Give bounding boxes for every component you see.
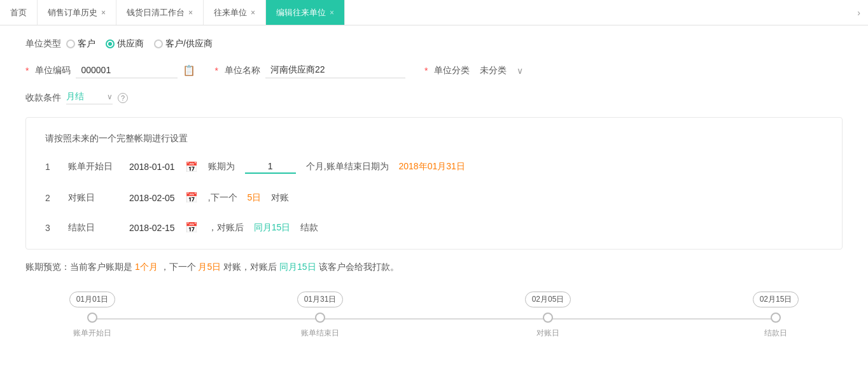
tab-partner[interactable]: 往来单位 × — [204, 0, 266, 25]
radio-customer-label: 客户 — [78, 38, 95, 50]
tab-edit-partner-label: 编辑往来单位 — [276, 7, 326, 18]
period-row-2: 2 对账日 2018-02-05 📅 ,下一个 5日 对账 — [45, 192, 823, 204]
period-suffix-pre-2: ,下一个 — [208, 192, 237, 204]
tl-badge-1: 01月01日 — [69, 292, 116, 307]
tl-label-1: 账单开始日 — [73, 328, 111, 339]
period-suffix-pre-3: ，对账后 — [208, 222, 244, 234]
tl-badge-2: 01月31日 — [297, 292, 344, 307]
unit-type-label: 单位类型 — [25, 38, 61, 50]
period-label-1: 账单开始日 — [68, 161, 119, 172]
period-end-date-1: 2018年01月31日 — [399, 161, 465, 172]
timeline-line — [89, 318, 779, 320]
period-label-3: 结款日 — [68, 222, 119, 234]
payment-value: 月结 — [66, 91, 104, 102]
preview-day: 月5日 — [198, 262, 221, 272]
unit-name-input[interactable] — [265, 62, 405, 78]
payment-label: 收款条件 — [25, 92, 61, 104]
timeline-container: 01月01日 账单开始日 01月31日 账单结束日 02月05日 对账日 02月… — [25, 292, 843, 339]
tab-edit-partner[interactable]: 编辑往来单位 × — [266, 0, 345, 25]
radio-supplier-circle — [106, 39, 115, 48]
unit-type-group: 单位类型 客户 供应商 客户/供应商 — [25, 38, 213, 50]
preview-section: 账期预览：当前客户账期是 1个月 ，下一个 月5日 对账，对账后 同月15日 该… — [25, 260, 843, 274]
preview-month: 1个月 — [135, 262, 158, 272]
period-num-2: 2 — [45, 193, 58, 203]
timeline-point-1: 01月01日 账单开始日 — [64, 292, 121, 339]
tl-dot-1 — [87, 313, 97, 323]
period-suffix-post-1: 个月,账单结束日期为 — [306, 161, 389, 172]
timeline-points-row: 01月01日 账单开始日 01月31日 账单结束日 02月05日 对账日 02月… — [64, 292, 804, 339]
unit-name-group: * 单位名称 — [214, 62, 405, 78]
preview-settle: 同月15日 — [279, 262, 316, 272]
unit-class-value: 未分类 — [480, 65, 507, 76]
timeline-point-2: 01月31日 账单结束日 — [291, 292, 349, 339]
timeline-point-4: 02月15日 结款日 — [747, 292, 804, 339]
tl-label-2: 账单结束日 — [301, 328, 339, 339]
tab-partner-label: 往来单位 — [214, 7, 247, 18]
period-cal-1[interactable]: 📅 — [185, 161, 198, 173]
preview-end: 该客户会给我打款。 — [319, 262, 399, 272]
unit-class-group: * 单位分类 未分类 ∨ — [424, 65, 523, 76]
unit-name-star: * — [214, 66, 218, 76]
close-edit-partner[interactable]: × — [330, 8, 334, 17]
radio-supplier[interactable]: 供应商 — [106, 38, 144, 50]
unit-type-radio-group: 客户 供应商 客户/供应商 — [66, 38, 213, 50]
tab-sales-history[interactable]: 销售订单历史 × — [38, 0, 116, 25]
period-cal-2[interactable]: 📅 — [185, 192, 198, 204]
radio-both-circle — [154, 39, 163, 48]
period-highlight-3: 同月15日 — [254, 222, 291, 234]
preview-mid: ，下一个 — [160, 262, 196, 272]
period-card-title: 请按照未来的一个完整帐期进行设置 — [45, 133, 823, 144]
preview-label: 账期预览：当前客户账期是 — [25, 262, 132, 272]
period-month-input[interactable] — [245, 160, 296, 174]
unit-code-star: * — [25, 66, 29, 76]
unit-code-input[interactable] — [76, 62, 178, 78]
period-cal-3[interactable]: 📅 — [185, 222, 198, 234]
tl-dot-2 — [315, 313, 325, 323]
unit-class-dropdown-icon[interactable]: ∨ — [517, 66, 523, 76]
tab-sales-history-label: 销售订单历史 — [48, 7, 97, 18]
unit-name-label: 单位名称 — [225, 65, 260, 76]
close-sales-history[interactable]: × — [101, 8, 106, 17]
payment-row: 收款条件 月结 ∨ ? — [25, 91, 843, 104]
unit-code-group: * 单位编码 📋 — [25, 62, 195, 78]
radio-both[interactable]: 客户/供应商 — [154, 38, 213, 50]
tab-cash-work-label: 钱货日清工作台 — [127, 7, 185, 18]
tab-home[interactable]: 首页 — [0, 0, 38, 25]
tl-dot-3 — [543, 313, 553, 323]
tl-dot-4 — [771, 313, 781, 323]
radio-customer[interactable]: 客户 — [66, 38, 95, 50]
close-cash-work[interactable]: × — [188, 8, 193, 17]
main-content: 单位类型 客户 供应商 客户/供应商 * 单位编码 — [0, 25, 868, 387]
period-suffix-post-2: 对账 — [271, 192, 289, 204]
unit-type-row: 单位类型 客户 供应商 客户/供应商 — [25, 38, 843, 50]
period-label-2: 对账日 — [68, 192, 119, 204]
period-date-1: 2018-01-01 — [129, 162, 175, 172]
tab-home-label: 首页 — [10, 7, 27, 18]
radio-both-label: 客户/供应商 — [165, 38, 213, 50]
unit-class-label: 单位分类 — [434, 65, 470, 76]
tab-expand-btn[interactable]: › — [850, 0, 868, 25]
period-row-1: 1 账单开始日 2018-01-01 📅 账期为 个月,账单结束日期为 2018… — [45, 160, 823, 174]
unit-info-row: * 单位编码 📋 * 单位名称 * 单位分类 未分类 ∨ — [25, 62, 843, 78]
unit-code-label: 单位编码 — [35, 65, 71, 76]
tl-label-3: 对账日 — [536, 328, 559, 339]
tab-cash-work[interactable]: 钱货日清工作台 × — [116, 0, 204, 25]
period-row-3: 3 结款日 2018-02-15 📅 ，对账后 同月15日 结款 — [45, 222, 823, 234]
period-date-3: 2018-02-15 — [129, 223, 175, 233]
tl-badge-3: 02月05日 — [525, 292, 571, 307]
tab-bar: 首页 销售订单历史 × 钱货日清工作台 × 往来单位 × 编辑往来单位 × › — [0, 0, 868, 25]
period-suffix-post-3: 结款 — [300, 222, 318, 234]
close-partner[interactable]: × — [251, 8, 255, 17]
period-suffix-pre-1: 账期为 — [208, 161, 235, 172]
period-date-2: 2018-02-05 — [129, 193, 175, 203]
tl-label-4: 结款日 — [764, 328, 787, 339]
timeline-point-3: 02月05日 对账日 — [519, 292, 577, 339]
unit-code-copy-icon[interactable]: 📋 — [183, 64, 195, 76]
radio-supplier-label: 供应商 — [117, 38, 144, 50]
payment-dropdown[interactable]: 月结 ∨ — [66, 91, 113, 104]
preview-mid2: 对账，对账后 — [223, 262, 277, 272]
radio-customer-circle — [66, 39, 75, 48]
payment-dropdown-arrow: ∨ — [107, 92, 113, 101]
period-num-3: 3 — [45, 223, 58, 233]
payment-help-icon[interactable]: ? — [118, 93, 128, 103]
